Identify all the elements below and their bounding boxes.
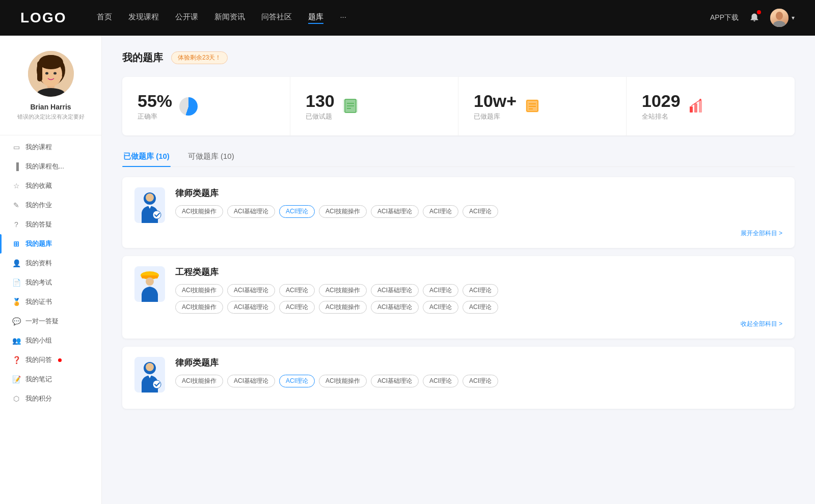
tabs: 已做题库 (10) 可做题库 (10) (122, 148, 795, 167)
svg-point-38 (153, 380, 161, 388)
bank-card-1-footer[interactable]: 展开全部科目 > (134, 229, 782, 238)
unread-badge (58, 358, 62, 362)
bank-tag[interactable]: ACI基础理论 (371, 205, 419, 218)
bank-tag[interactable]: ACI理论 (279, 301, 315, 314)
question-icon: ? (12, 220, 20, 229)
sidebar-item-notes[interactable]: 📝 我的笔记 (0, 370, 101, 389)
brand-logo[interactable]: LOGO (20, 10, 66, 26)
sidebar-item-homework[interactable]: ✎ 我的作业 (0, 195, 101, 215)
notification-badge (757, 10, 761, 14)
stat-rank: 1029 全站排名 (627, 77, 795, 135)
bank-card-2: 工程类题库 ACI技能操作 ACI基础理论 ACI理论 ACI技能操作 ACI基… (122, 256, 795, 339)
bank-tag[interactable]: ACI基础理论 (371, 375, 419, 387)
bank-card-1: 律师类题库 ACI技能操作 ACI基础理论 ACI理论 ACI技能操作 ACI基… (122, 177, 795, 248)
sidebar-item-exam[interactable]: 📄 我的考试 (0, 273, 101, 292)
bank-tag[interactable]: ACI理论 (463, 375, 498, 387)
page-header: 我的题库 体验剩余23天！ (122, 51, 795, 65)
star-icon: ☆ (12, 182, 20, 190)
sidebar-item-points[interactable]: ⬡ 我的积分 (0, 389, 101, 408)
bank-tag[interactable]: ACI理论 (423, 284, 458, 297)
tab-available[interactable]: 可做题库 (10) (187, 148, 235, 166)
sidebar-item-favorites[interactable]: ☆ 我的收藏 (0, 176, 101, 195)
bank-tag[interactable]: ACI技能操作 (319, 284, 367, 297)
group-icon: 👥 (12, 337, 20, 345)
sidebar-item-bank[interactable]: ⊞ 我的题库 (0, 234, 101, 254)
engineer-icon (134, 266, 165, 302)
nav-more[interactable]: ··· (340, 12, 346, 24)
sidebar-profile: Brian Harris 错误的决定比没有决定要好 (0, 51, 101, 133)
sidebar-item-courses[interactable]: ▭ 我的课程 (0, 137, 101, 157)
sidebar-item-tutoring[interactable]: 💬 一对一答疑 (0, 312, 101, 331)
cert-icon: 🏅 (12, 298, 20, 306)
pie-chart-icon (179, 97, 198, 116)
bank-tag[interactable]: ACI理论 (423, 375, 458, 387)
grid-icon: ⊞ (12, 240, 20, 248)
page-wrap: Brian Harris 错误的决定比没有决定要好 ▭ 我的课程 ▐ 我的课程包… (0, 0, 815, 504)
doc-icon: 📄 (12, 278, 20, 287)
user-avatar-menu[interactable]: ▾ (770, 9, 795, 27)
avatar (770, 9, 789, 27)
bank-tag[interactable]: ACI基础理论 (227, 301, 275, 314)
nav-home[interactable]: 首页 (97, 12, 112, 24)
bank-tag[interactable]: ACI基础理论 (371, 301, 419, 314)
svg-point-37 (146, 363, 154, 371)
points-icon: ⬡ (12, 395, 20, 403)
bank-tag[interactable]: ACI技能操作 (319, 301, 367, 314)
bank-tag-selected[interactable]: ACI理论 (279, 375, 315, 387)
bank-tag[interactable]: ACI理论 (463, 205, 498, 218)
page-title: 我的题库 (122, 51, 163, 65)
stat-done-questions-value: 130 (306, 91, 335, 111)
stat-accuracy-value: 55% (138, 91, 172, 111)
bank-tag[interactable]: ACI理论 (279, 284, 315, 297)
bank-tag[interactable]: ACI基础理论 (227, 205, 275, 218)
profile-motto: 错误的决定比没有决定要好 (10, 113, 91, 121)
nav-news[interactable]: 新闻资讯 (214, 12, 245, 24)
bank-tag[interactable]: ACI技能操作 (175, 375, 223, 387)
user-icon: 👤 (12, 259, 20, 267)
nav-discover[interactable]: 发现课程 (128, 12, 159, 24)
sidebar-item-groups[interactable]: 👥 我的小组 (0, 331, 101, 350)
svg-point-8 (53, 72, 57, 75)
app-download-link[interactable]: APP下载 (710, 13, 739, 22)
stat-done-questions: 130 已做试题 (290, 77, 458, 135)
bank-tag[interactable]: ACI基础理论 (227, 284, 275, 297)
bank-tag[interactable]: ACI技能操作 (175, 205, 223, 218)
bank-tag[interactable]: ACI理论 (423, 301, 458, 314)
notification-bell[interactable] (749, 11, 760, 24)
bank-card-1-tags: ACI技能操作 ACI基础理论 ACI理论 ACI技能操作 ACI基础理论 AC… (175, 205, 782, 218)
svg-point-7 (45, 72, 48, 75)
nav-bank[interactable]: 题库 (308, 12, 323, 24)
sidebar-item-questions[interactable]: ❓ 我的问答 (0, 350, 101, 370)
sidebar-item-cert[interactable]: 🏅 我的证书 (0, 292, 101, 312)
sidebar-item-qa[interactable]: ? 我的答疑 (0, 215, 101, 234)
bar-icon: ▐ (12, 162, 20, 171)
sidebar-item-course-pack[interactable]: ▐ 我的课程包... (0, 157, 101, 176)
bank-tag[interactable]: ACI技能操作 (175, 284, 223, 297)
svg-rect-25 (699, 100, 702, 113)
bank-tag[interactable]: ACI基础理论 (371, 284, 419, 297)
bank-tag[interactable]: ACI基础理论 (227, 375, 275, 387)
sidebar: Brian Harris 错误的决定比没有决定要好 ▭ 我的课程 ▐ 我的课程包… (0, 36, 102, 504)
nav-qa[interactable]: 问答社区 (261, 12, 292, 24)
main-content: 我的题库 体验剩余23天！ 55% 正确率 130 已做试题 (102, 36, 815, 504)
bank-tag[interactable]: ACI理论 (423, 205, 458, 218)
bank-tag[interactable]: ACI技能操作 (319, 205, 367, 218)
bank-tag[interactable]: ACI理论 (463, 301, 498, 314)
sidebar-item-profile[interactable]: 👤 我的资料 (0, 254, 101, 273)
bank-tag[interactable]: ACI技能操作 (175, 301, 223, 314)
qa-icon: ❓ (12, 356, 20, 364)
nav-open[interactable]: 公开课 (175, 12, 198, 24)
stat-done-banks-label: 已做题库 (474, 112, 517, 121)
stats-row: 55% 正确率 130 已做试题 (122, 77, 795, 135)
profile-name: Brian Harris (10, 103, 91, 111)
book-green-icon (342, 97, 360, 116)
svg-point-34 (146, 277, 154, 286)
tab-done[interactable]: 已做题库 (10) (122, 148, 171, 166)
stat-accuracy: 55% 正确率 (122, 77, 290, 135)
bank-tag-selected[interactable]: ACI理论 (279, 205, 315, 218)
bank-tag[interactable]: ACI理论 (463, 284, 498, 297)
bank-tag[interactable]: ACI技能操作 (319, 375, 367, 387)
stat-accuracy-label: 正确率 (138, 112, 172, 121)
svg-point-0 (776, 12, 783, 20)
bank-card-2-footer[interactable]: 收起全部科目 > (134, 320, 782, 328)
